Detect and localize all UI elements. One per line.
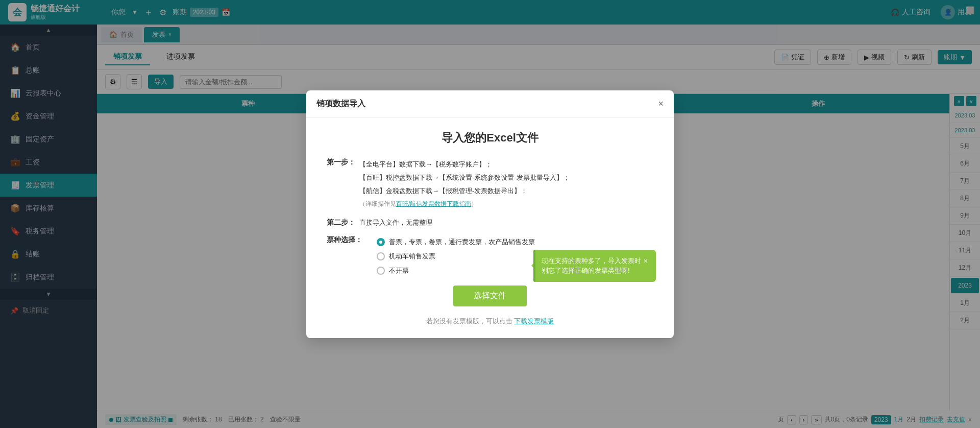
dialog-title: 销项数据导入 [316,99,365,109]
radio-option-2[interactable]: 机动车销售发票 [377,252,535,261]
dialog-close-button[interactable]: × [658,99,664,109]
dialog-footer-note: 若您没有发票模版，可以点击 下载发票模版 [327,317,653,326]
ticket-choice: 票种选择： 普票，专票，卷票，通行费发票，农产品销售发票 机动车销售发票 [327,235,653,275]
step2-row: 第二步： 直接导入文件，无需整理 [327,218,653,227]
radio-label-3: 不开票 [389,266,409,275]
import-title: 导入您的Excel文件 [327,130,653,146]
step1-label: 第一步： [327,158,355,167]
radio-option-1[interactable]: 普票，专票，卷票，通行费发票，农产品销售发票 [377,237,535,247]
tooltip-close-button[interactable]: × [644,256,648,267]
radio-circle-3 [377,267,385,275]
radio-label-2: 机动车销售发票 [389,252,435,261]
import-dialog: 销项数据导入 × 导入您的Excel文件 第一步： 【全电平台】数据下载→【税务… [306,90,674,338]
download-guide-link[interactable]: 百旺/航信发票数据下载指南 [396,200,471,207]
tooltip-content: 现在支持的票种多了，导入发票时别忘了选择正确的发票类型呀! [542,257,641,275]
download-template-link[interactable]: 下载发票模版 [514,317,554,325]
radio-label-1: 普票，专票，卷票，通行费发票，农产品销售发票 [389,237,535,247]
step2-label: 第二步： [327,218,355,227]
radio-group: 普票，专票，卷票，通行费发票，农产品销售发票 机动车销售发票 不开票 [366,237,535,275]
ticket-label: 票种选择： [327,235,362,245]
step1-row: 第一步： 【全电平台】数据下载→【税务数字账户】； 【百旺】税控盘数据下载→【系… [327,158,653,210]
step1-note: （详细操作见百旺/航信发票数据下载指南） [359,198,570,210]
step-1: 第一步： 【全电平台】数据下载→【税务数字账户】； 【百旺】税控盘数据下载→【系… [327,158,653,210]
dialog-body: 导入您的Excel文件 第一步： 【全电平台】数据下载→【税务数字账户】； 【百… [306,118,674,338]
tooltip-balloon: × 现在支持的票种多了，导入发票时别忘了选择正确的发票类型呀! [533,250,656,282]
radio-option-3[interactable]: 不开票 [377,266,535,275]
step1-content: 【全电平台】数据下载→【税务数字账户】； 【百旺】税控盘数据下载→【系统设置-系… [359,158,570,210]
step2-content: 直接导入文件，无需整理 [359,218,432,227]
dialog-header: 销项数据导入 × [306,90,674,118]
step1-line3: 【航信】金税盘数据下载→【报税管理-发票数据导出】； [359,184,570,198]
step1-line1: 【全电平台】数据下载→【税务数字账户】； [359,158,570,171]
step1-line2: 【百旺】税控盘数据下载→【系统设置-系统参数设置-发票批量导入】； [359,171,570,184]
tooltip-bar [533,250,535,282]
step-2: 第二步： 直接导入文件，无需整理 [327,218,653,227]
radio-circle-1 [377,238,385,246]
radio-circle-2 [377,252,385,260]
modal-overlay: 销项数据导入 × 导入您的Excel文件 第一步： 【全电平台】数据下载→【税务… [0,0,980,428]
select-file-button[interactable]: 选择文件 [453,286,527,306]
